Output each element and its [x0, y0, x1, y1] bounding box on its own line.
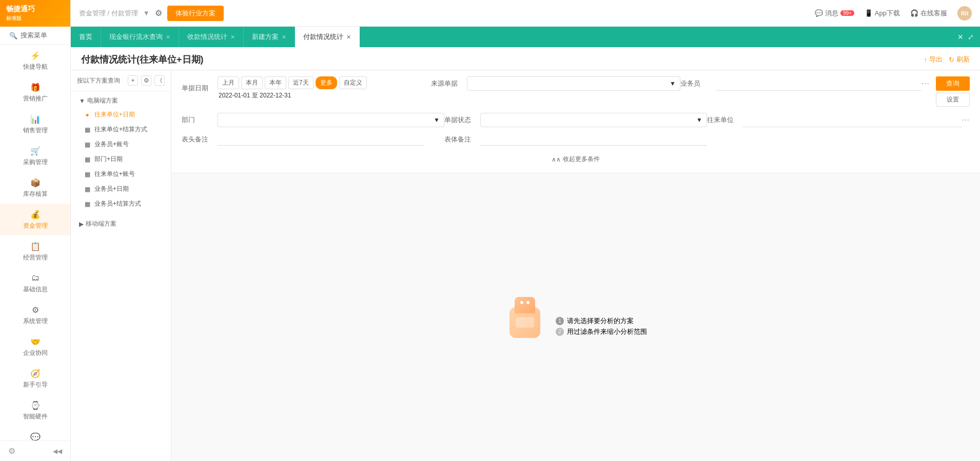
topbar-gear-icon[interactable]: ⚙ [155, 8, 162, 18]
sidebar-item-wechat[interactable]: 💬 企业微信 [0, 426, 70, 440]
export-button[interactable]: ↑ 导出 [924, 55, 943, 64]
sidebar-label-enterprise: 企业协同 [23, 349, 48, 357]
robot-head [515, 297, 535, 313]
counterpart-dots-icon[interactable]: ··· [962, 115, 970, 125]
online-service-label: 在线客服 [920, 9, 947, 18]
dept-chevron-icon: ▼ [434, 116, 440, 124]
sidebar-item-enterprise[interactable]: 🤝 企业协同 [0, 331, 70, 363]
message-icon: 💬 [815, 9, 823, 17]
date-btn-last-7days[interactable]: 近7天 [288, 76, 313, 89]
sidebar-item-system[interactable]: ⚙ 系统管理 [0, 299, 70, 331]
refresh-button[interactable]: ↻ 刷新 [949, 55, 970, 64]
online-service[interactable]: 🎧 在线客服 [910, 9, 947, 18]
tab-expand-icon[interactable]: ⤢ [968, 33, 974, 41]
logo-sub: 标准版 [6, 15, 35, 22]
date-btn-this-month[interactable]: 本月 [241, 76, 263, 89]
content-area: 按以下方案查询 + ⚙ 《 ▼ [71, 70, 980, 461]
date-btn-this-year[interactable]: 本年 [265, 76, 286, 89]
counterpart-input[interactable] [743, 113, 962, 127]
source-voucher-select[interactable]: ▼ [467, 76, 680, 91]
dept-select[interactable]: ▼ [218, 113, 444, 127]
enterprise-icon: 🤝 [30, 336, 41, 347]
left-panel-header: 按以下方案查询 + ⚙ 《 [71, 70, 171, 91]
salesman-input[interactable] [716, 76, 922, 91]
sidebar-label-hardware: 智能硬件 [23, 412, 48, 421]
scheme-staff-account[interactable]: ▦ 业务员+账号 [71, 137, 171, 152]
tab-new-scheme-label: 新建方案 [252, 32, 279, 42]
refresh-label: 刷新 [956, 55, 970, 64]
tab-payment-stat[interactable]: 收款情况统计 ✕ [179, 27, 244, 47]
tab-bank-flow[interactable]: 现金银行流水查询 ✕ [101, 27, 179, 47]
sidebar-item-basic[interactable]: 🗂 基础信息 [0, 267, 70, 299]
date-btn-last-month[interactable]: 上月 [218, 76, 239, 89]
step-2-circle: 2 [556, 328, 564, 336]
sidebar-item-marketing[interactable]: 🎁 营销推广 [0, 76, 70, 108]
desktop-schemes-title[interactable]: ▼ 电脑端方案 [71, 94, 171, 107]
scheme-unit-settle[interactable]: ▦ 往来单位+结算方式 [71, 122, 171, 137]
scheme-staff-settle[interactable]: ▦ 业务员+结算方式 [71, 196, 171, 211]
sidebar-label-capital: 资金管理 [23, 222, 48, 230]
tab-home[interactable]: 首页 [71, 27, 101, 47]
date-options-container: 上月 本月 本年 近7天 更多 自定义 2022-01-01 至 2022-12… [218, 76, 367, 100]
empty-hint-2: 2 用过滤条件来缩小分析范围 [556, 327, 647, 336]
settings-small-icon: ⚙ [144, 77, 149, 84]
header-memo-label: 表头备注 [182, 135, 218, 144]
tab-payment-stat-label: 收款情况统计 [187, 32, 227, 42]
sales-icon: 📊 [30, 113, 41, 125]
sidebar-settings-icon[interactable]: ⚙ [8, 446, 15, 456]
tab-new-scheme[interactable]: 新建方案 ✕ [244, 27, 295, 47]
expand-right-icon: ▶ [79, 221, 84, 228]
sidebar-item-capital[interactable]: 💰 资金管理 [0, 204, 70, 235]
scheme-unit-date[interactable]: ● 往来单位+日期 [71, 107, 171, 122]
sidebar-item-quick-nav[interactable]: ⚡ 快捷导航 [0, 45, 70, 76]
app-download[interactable]: 📱 App下载 [865, 9, 900, 18]
add-scheme-button[interactable]: + [128, 75, 138, 86]
headset-icon: 🎧 [910, 9, 918, 17]
body-memo-input[interactable] [480, 133, 707, 146]
date-btn-custom[interactable]: 自定义 [339, 76, 367, 89]
sidebar-logo: 畅捷通巧 标准版 [0, 0, 70, 27]
mobile-schemes-title[interactable]: ▶ 移动端方案 [71, 217, 171, 230]
salesman-dots-icon[interactable]: ··· [922, 79, 930, 88]
tab-pay-stat[interactable]: 付款情况统计 ✕ [295, 27, 360, 47]
scheme-dept-date[interactable]: ▦ 部门+日期 [71, 152, 171, 167]
sidebar-search[interactable]: 🔍 搜索菜单 [0, 27, 70, 45]
tab-close-all-icon[interactable]: ✕ [957, 33, 964, 41]
sidebar-item-guide[interactable]: 🧭 新手引导 [0, 363, 70, 394]
tab-bank-flow-close-icon[interactable]: ✕ [166, 34, 170, 41]
tab-pay-stat-close-icon[interactable]: ✕ [346, 34, 351, 41]
tab-payment-stat-close-icon[interactable]: ✕ [230, 34, 235, 41]
sidebar-label-inventory: 库存核算 [23, 190, 48, 198]
sidebar-item-inventory[interactable]: 📦 库存核算 [0, 172, 70, 204]
scheme-unit-account-label: 往来单位+账号 [94, 170, 135, 178]
sidebar-label-marketing: 营销推广 [23, 94, 48, 103]
user-avatar[interactable]: Rit [957, 6, 972, 21]
sidebar-item-purchase[interactable]: 🛒 采购管理 [0, 140, 70, 172]
app-download-label: App下载 [875, 9, 900, 18]
collapse-more-button[interactable]: ∧∧ 收起更多条件 [541, 152, 610, 167]
tab-pay-stat-label: 付款情况统计 [303, 32, 343, 42]
dept-cell: 部门 ▼ [182, 113, 444, 127]
topbar-dropdown-icon[interactable]: ▼ [143, 9, 150, 17]
header-memo-input[interactable] [218, 133, 424, 146]
sidebar-item-operation[interactable]: 📋 经营管理 [0, 235, 70, 267]
query-button[interactable]: 查询 [936, 76, 970, 91]
notifications[interactable]: 💬 消息 99+ [815, 9, 854, 18]
filter-settings-button[interactable]: 设置 [936, 93, 970, 107]
scheme-staff-date[interactable]: ▦ 业务员+日期 [71, 182, 171, 196]
robot-screen [516, 317, 534, 328]
sidebar-item-hardware[interactable]: ⌚ 智能硬件 [0, 394, 70, 426]
expand-icon: ▼ [79, 97, 85, 105]
tab-new-scheme-close-icon[interactable]: ✕ [282, 34, 286, 41]
scheme-unit-account[interactable]: ▦ 往来单位+账号 [71, 167, 171, 182]
trial-button[interactable]: 体验行业方案 [167, 6, 224, 21]
scheme-settings-button[interactable]: ⚙ [141, 75, 151, 86]
voucher-status-select[interactable]: ▼ [480, 113, 707, 127]
sidebar-collapse-icon[interactable]: ◀◀ [53, 448, 62, 455]
date-btn-more[interactable]: 更多 [316, 76, 337, 89]
collapse-panel-button[interactable]: 《 [154, 75, 165, 86]
left-panel-title: 按以下方案查询 [77, 76, 120, 85]
export-icon: ↑ [924, 56, 928, 64]
sidebar-item-sales[interactable]: 📊 销售管理 [0, 108, 70, 140]
sidebar-label-sales: 销售管理 [23, 126, 48, 135]
